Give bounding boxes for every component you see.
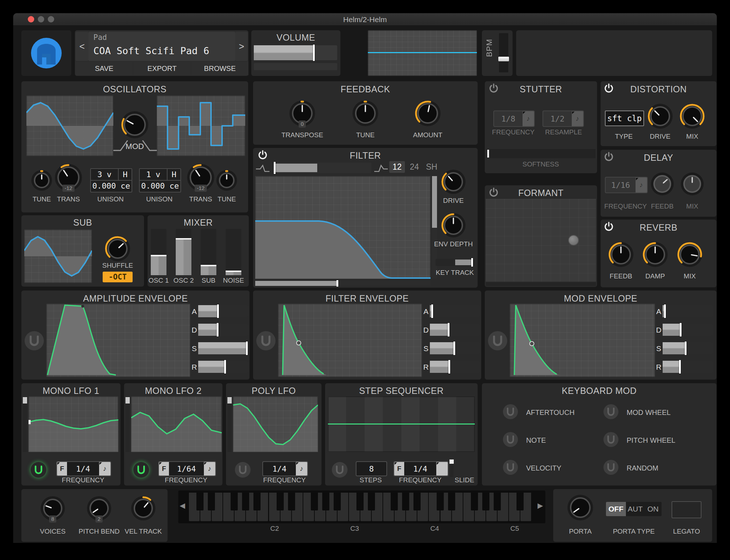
note-source-button[interactable] bbox=[503, 432, 518, 449]
filter-power-button[interactable] bbox=[257, 150, 268, 162]
patch-prev-button[interactable]: < bbox=[76, 32, 88, 61]
formant-power-button[interactable] bbox=[488, 187, 499, 199]
osc-mod-knob[interactable] bbox=[120, 111, 149, 140]
lfo2-frequency-selector[interactable]: F 1/64 ♪ bbox=[158, 461, 216, 476]
handle[interactable] bbox=[448, 323, 449, 336]
piano-key-black[interactable] bbox=[231, 493, 238, 510]
porta-type-aut[interactable]: AUT bbox=[626, 502, 644, 516]
filter-cutoff-handle[interactable] bbox=[336, 280, 338, 287]
browse-button[interactable]: BROWSE bbox=[191, 62, 248, 75]
filter-envelope-source-button[interactable] bbox=[256, 331, 276, 352]
piano-key-black[interactable] bbox=[356, 493, 364, 510]
filter-pole-24[interactable]: 24 bbox=[406, 161, 422, 173]
note-sync-icon[interactable]: ♪ bbox=[572, 111, 583, 126]
handle[interactable] bbox=[449, 459, 454, 464]
stutter-power-button[interactable] bbox=[488, 83, 499, 95]
piano-key-black[interactable] bbox=[482, 493, 489, 510]
filter-blend-handle[interactable] bbox=[274, 162, 276, 174]
handle[interactable] bbox=[217, 323, 219, 336]
filter-cutoff-slider[interactable] bbox=[255, 281, 431, 286]
bpm-slider-handle[interactable] bbox=[498, 57, 509, 61]
handle[interactable] bbox=[680, 323, 682, 336]
handle[interactable] bbox=[453, 341, 455, 355]
handle[interactable] bbox=[125, 397, 130, 404]
osc2-unison-voices[interactable]: 1 v bbox=[140, 169, 168, 181]
mod-sustain-slider[interactable] bbox=[663, 342, 713, 354]
piano-key-black[interactable] bbox=[402, 493, 409, 510]
filter-key-track-slider[interactable] bbox=[436, 259, 475, 266]
mod-decay-slider[interactable] bbox=[663, 324, 713, 336]
piano-key-black[interactable] bbox=[471, 493, 478, 510]
velocity-source-button[interactable] bbox=[503, 459, 518, 477]
step-sequencer-display[interactable] bbox=[328, 396, 475, 452]
handle[interactable] bbox=[431, 304, 433, 318]
formant-xy-pad[interactable] bbox=[486, 199, 596, 282]
lfo2-amount-slider[interactable] bbox=[125, 396, 130, 452]
volume-slider[interactable] bbox=[254, 45, 337, 60]
poly-lfo-display[interactable] bbox=[233, 396, 318, 452]
stutter-frequency-selector[interactable]: 1/8 ♪ bbox=[493, 111, 535, 127]
piano-key-black[interactable] bbox=[448, 493, 455, 510]
filter-pole-sh[interactable]: SH bbox=[424, 161, 439, 173]
keyboard-scroll-right-icon[interactable]: ▶ bbox=[538, 501, 543, 510]
mixer-osc1-slider[interactable] bbox=[151, 229, 166, 275]
reverb-power-button[interactable] bbox=[603, 221, 614, 233]
mod-envelope-display[interactable] bbox=[510, 304, 655, 377]
step-sequencer-source-button[interactable] bbox=[331, 462, 348, 479]
reverb-damp-knob[interactable] bbox=[642, 241, 668, 269]
osc2-unison-harmonize-button[interactable]: H bbox=[168, 169, 180, 181]
delay-mix-knob[interactable] bbox=[680, 172, 704, 197]
save-button[interactable]: SAVE bbox=[76, 62, 133, 75]
note-sync-icon[interactable] bbox=[436, 462, 448, 476]
amp-envelope-source-button[interactable] bbox=[24, 331, 44, 352]
piano-key-black[interactable] bbox=[368, 493, 375, 510]
delay-power-button[interactable] bbox=[603, 151, 614, 164]
osc1-unison-control[interactable]: 3 v H 0.000 ce bbox=[90, 168, 132, 192]
piano-keyboard[interactable] bbox=[189, 493, 532, 521]
mixer-noise-slider[interactable] bbox=[226, 229, 241, 275]
step-sequencer-steps-box[interactable]: 8 bbox=[356, 461, 387, 476]
piano-key-black[interactable] bbox=[253, 493, 261, 510]
piano-key-black[interactable] bbox=[322, 493, 329, 510]
lfo2-source-button[interactable] bbox=[133, 462, 149, 479]
piano-key-black[interactable] bbox=[494, 493, 501, 510]
piano-key-black[interactable] bbox=[391, 493, 398, 510]
mixer-osc2-slider[interactable] bbox=[176, 229, 191, 275]
poly-lfo-amount-slider[interactable] bbox=[227, 396, 232, 452]
note-sync-icon[interactable]: ♪ bbox=[636, 178, 647, 192]
bpm-slider[interactable] bbox=[499, 33, 508, 72]
note-sync-icon[interactable]: ♪ bbox=[296, 462, 307, 476]
osc2-tune-knob[interactable] bbox=[216, 169, 238, 193]
titlebar[interactable]: Helm/2-Helm bbox=[13, 13, 717, 26]
poly-lfo-source-button[interactable] bbox=[235, 462, 251, 479]
formant-xy-puck[interactable] bbox=[568, 235, 579, 246]
amp-sustain-slider[interactable] bbox=[198, 342, 248, 354]
note-sync-icon[interactable]: ♪ bbox=[204, 462, 215, 476]
keyboard-scroll-left-icon[interactable]: ◀ bbox=[180, 501, 185, 510]
porta-type-off[interactable]: OFF bbox=[606, 502, 626, 516]
lfo1-display[interactable] bbox=[29, 396, 118, 452]
piano-key-black[interactable] bbox=[242, 493, 249, 510]
reverb-feedback-knob[interactable] bbox=[608, 241, 634, 269]
filter-drive-knob[interactable] bbox=[441, 169, 466, 196]
piano-key-black[interactable] bbox=[196, 493, 204, 510]
mod-release-slider[interactable] bbox=[663, 361, 713, 373]
porta-knob[interactable] bbox=[567, 494, 594, 523]
piano-key-black[interactable] bbox=[413, 493, 421, 510]
handle[interactable] bbox=[246, 341, 248, 355]
sub-octave-button[interactable]: -OCT bbox=[103, 272, 133, 282]
osc1-unison-voices[interactable]: 3 v bbox=[91, 169, 119, 181]
handle[interactable] bbox=[679, 360, 681, 374]
step-sequencer-slide-slider[interactable] bbox=[450, 459, 453, 477]
distortion-type-selector[interactable]: sft clp bbox=[605, 111, 644, 126]
filter-decay-slider[interactable] bbox=[430, 324, 480, 336]
filter-blend-slider[interactable] bbox=[273, 163, 371, 173]
handle[interactable] bbox=[217, 304, 219, 318]
feedback-amount-knob[interactable] bbox=[414, 100, 441, 128]
random-source-button[interactable] bbox=[603, 459, 619, 477]
filter-key-track-handle[interactable] bbox=[471, 258, 473, 267]
lfo2-display[interactable] bbox=[131, 396, 222, 452]
distortion-mix-knob[interactable] bbox=[679, 103, 705, 131]
formant-bottom-slider[interactable] bbox=[486, 282, 596, 286]
filter-envelope-display[interactable] bbox=[278, 304, 422, 377]
